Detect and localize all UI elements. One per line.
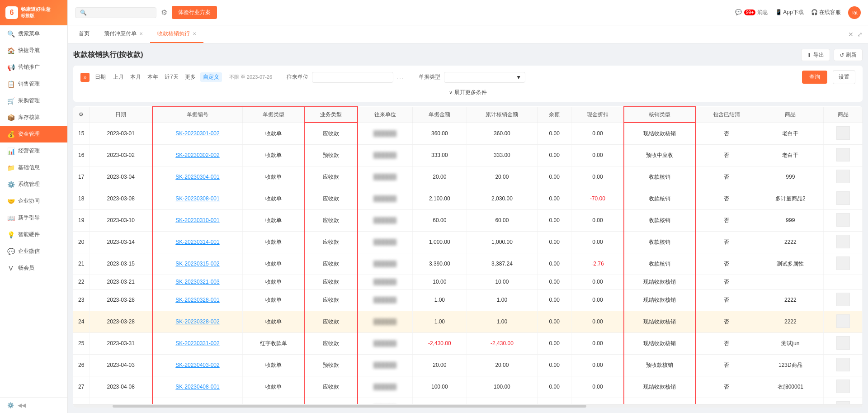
sidebar-item-system[interactable]: ⚙️ 系统管理: [0, 176, 67, 193]
industry-btn[interactable]: 体验行业方案: [172, 6, 217, 19]
gear-icon[interactable]: ⚙: [161, 8, 167, 17]
export-button[interactable]: ⬆ 导出: [801, 49, 830, 61]
close-window-icon[interactable]: ✕: [848, 31, 854, 38]
maximize-icon[interactable]: ⤢: [857, 31, 863, 38]
date-last-month[interactable]: 上月: [111, 72, 126, 82]
row-included: 否: [695, 209, 757, 231]
col-date-header: 日期: [90, 107, 152, 123]
sidebar-item-inventory[interactable]: 📦 库存核算: [0, 109, 67, 126]
sidebar-item-guide[interactable]: 📖 新手引导: [0, 209, 67, 226]
sidebar-label-search: 搜索菜单: [18, 30, 40, 38]
table-row: 202023-03-14SK-20230314-001收款单应收款██████1…: [73, 231, 863, 253]
tab-home-label: 首页: [79, 30, 90, 38]
sidebar-item-basic[interactable]: 📁 基础信息: [0, 159, 67, 176]
table-row: 222023-03-21SK-20230321-003收款单应收款██████1…: [73, 275, 863, 289]
row-amount: 100.00: [412, 398, 467, 404]
table-header-row: ⚙ 日期 单据编号 单据类型 业务类型 往来单位 单据金额 累计核销金额 余额 …: [73, 107, 863, 123]
partner-input[interactable]: [312, 72, 393, 83]
topbar-search[interactable]: 🔍: [75, 7, 156, 18]
message-badge[interactable]: 💬 99+ 消息: [735, 9, 768, 16]
row-bill-no[interactable]: SK-20230304-001: [152, 166, 242, 188]
operation-icon: 📊: [7, 147, 14, 155]
row-bill-no[interactable]: SK-20230328-002: [152, 311, 242, 332]
date-custom[interactable]: 自定义: [200, 72, 222, 82]
row-bill-no[interactable]: SK-20230331-002: [152, 332, 242, 354]
tab-collection[interactable]: 收款核销执行 ✕: [150, 25, 203, 43]
sidebar-item-quick[interactable]: 🏠 快捷导航: [0, 42, 67, 59]
row-bill-no[interactable]: SK-20230418-001: [152, 398, 242, 404]
row-amount: 1,000.00: [412, 231, 467, 253]
refresh-button[interactable]: ↺ 刷新: [834, 49, 863, 61]
toggle-btn[interactable]: »: [80, 73, 90, 82]
logo-icon: 6: [5, 6, 18, 19]
row-balance: 0.00: [537, 166, 571, 188]
row-bill-no[interactable]: SK-20230301-002: [152, 123, 242, 144]
row-date: 2023-03-14: [90, 231, 152, 253]
row-bill-no[interactable]: SK-20230321-003: [152, 275, 242, 289]
collapse-icon[interactable]: ◀◀: [18, 402, 26, 408]
row-writtenoff: -2,430.00: [467, 332, 537, 354]
sidebar-item-hardware[interactable]: 💡 智能硬件: [0, 226, 67, 243]
sidebar-item-member[interactable]: V 畅会员: [0, 260, 67, 276]
date-range-text: 不限 至 2023-07-26: [229, 74, 272, 81]
col-amount-header: 单据金额: [412, 107, 467, 123]
row-goods1: 测试多属性: [757, 253, 824, 275]
row-amount: 100.00: [412, 376, 467, 398]
row-bill-no[interactable]: SK-20230314-001: [152, 231, 242, 253]
row-bill-no[interactable]: SK-20230315-002: [152, 253, 242, 275]
table-row: 152023-03-01SK-20230301-002收款单应收款██████3…: [73, 123, 863, 144]
bill-type-select[interactable]: ▼: [444, 72, 525, 83]
row-bill-no[interactable]: SK-20230302-002: [152, 144, 242, 166]
table-scroll[interactable]: ⚙ 日期 单据编号 单据类型 业务类型 往来单位 单据金额 累计核销金额 余额 …: [73, 106, 863, 404]
tab-prepay-close[interactable]: ✕: [139, 31, 143, 36]
row-writtenoff: 1.00: [467, 311, 537, 332]
tab-home[interactable]: 首页: [71, 25, 97, 43]
date-more[interactable]: 更多: [183, 72, 198, 82]
query-button[interactable]: 查询: [802, 71, 827, 84]
online-service[interactable]: 🎧 在线客服: [811, 9, 841, 16]
row-bill-no[interactable]: SK-20230310-001: [152, 209, 242, 231]
row-partner: ██████: [358, 332, 413, 354]
sidebar-item-purchase[interactable]: 🛒 采购管理: [0, 92, 67, 109]
col-balance-header: 余额: [537, 107, 571, 123]
settings-bottom-icon[interactable]: ⚙️: [7, 402, 14, 408]
row-date: 2023-03-04: [90, 166, 152, 188]
message-label: 消息: [757, 9, 768, 15]
row-bill-no[interactable]: SK-20230403-002: [152, 354, 242, 376]
row-number: 27: [73, 376, 90, 398]
sidebar-item-sales[interactable]: 📋 销售管理: [0, 76, 67, 92]
tab-prepay[interactable]: 预付冲应付单 ✕: [97, 25, 150, 43]
row-number: 17: [73, 166, 90, 188]
user-avatar[interactable]: Rit: [848, 6, 861, 19]
sidebar-item-finance[interactable]: 💰 资金管理: [0, 126, 67, 142]
sidebar-item-operation[interactable]: 📊 经营管理: [0, 142, 67, 159]
date-this-month[interactable]: 本月: [128, 72, 143, 82]
app-download[interactable]: 📱 App下载: [775, 9, 804, 16]
row-bill-no[interactable]: SK-20230328-001: [152, 289, 242, 311]
sidebar-item-enterprise[interactable]: 🤝 企业协同: [0, 193, 67, 209]
row-included: 否: [695, 332, 757, 354]
row-partner: ██████: [358, 166, 413, 188]
row-bill-no[interactable]: SK-20230408-001: [152, 376, 242, 398]
row-amount: 2,100.00: [412, 188, 467, 209]
hardware-icon: 💡: [7, 231, 14, 238]
expand-more-btn[interactable]: ∨ 展开更多条件: [80, 88, 855, 97]
date-this-year[interactable]: 本年: [146, 72, 160, 82]
filter-settings-button[interactable]: 设置: [833, 70, 855, 84]
page-content: 收款核销执行(按收款) ⬆ 导出 ↺ 刷新 » 日期 上月 本月: [68, 43, 868, 413]
col-settings-icon[interactable]: ⚙: [73, 107, 90, 123]
row-biz-type: 应收款: [304, 166, 357, 188]
row-bill-no[interactable]: SK-20230308-001: [152, 188, 242, 209]
sidebar-item-marketing[interactable]: 📢 营销推广: [0, 59, 67, 76]
horizontal-scrollbar[interactable]: [73, 404, 863, 408]
row-goods1: 2222: [757, 398, 824, 404]
row-date: 2023-04-18: [90, 398, 152, 404]
row-amount: 20.00: [412, 166, 467, 188]
date-7days[interactable]: 近7天: [163, 72, 180, 82]
row-goods1: 999: [757, 209, 824, 231]
row-number: 19: [73, 209, 90, 231]
expand-arrow-icon: ∨: [449, 90, 453, 95]
tab-collection-close[interactable]: ✕: [193, 31, 196, 36]
sidebar-item-wechat[interactable]: 💬 企业微信: [0, 243, 67, 260]
sidebar-item-search[interactable]: 🔍 搜索菜单: [0, 25, 67, 42]
